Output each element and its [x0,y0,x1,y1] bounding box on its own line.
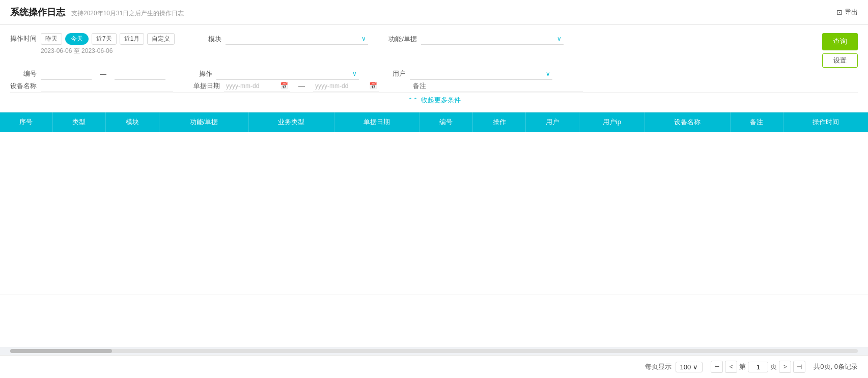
col-operation: 操作 [472,112,525,132]
user-select[interactable]: ∨ [410,68,552,80]
page-header: 系统操作日志 支持2020年10月31日之后产生的操作日志 ⊡ 导出 [0,0,868,25]
function-arrow-icon: ∨ [557,35,562,42]
page-title: 系统操作日志 [10,6,65,18]
export-icon: ⊡ [836,8,843,16]
page-subtitle: 支持2020年10月31日之后产生的操作日志 [71,9,184,18]
operation-label: 操作 [186,69,212,78]
date-label: 单据日期 [193,81,220,91]
module-filter: 模块 ∨ [195,33,368,45]
table-header: 序号 类型 模块 功能/单据 业务类型 单据日期 编号 操作 用户 用户ip 设… [0,112,868,132]
module-select[interactable]: ∨ [226,33,368,45]
device-input[interactable] [41,80,173,92]
time-btn-7days[interactable]: 近7天 [92,33,117,45]
col-function: 功能/单据 [159,112,248,132]
remark-filter: 备注 [400,80,583,92]
time-btn-yesterday[interactable]: 昨天 [41,33,62,45]
remark-input[interactable] [430,80,583,92]
function-label: 功能/单据 [388,35,417,44]
collapse-icon: ⌃⌃ [408,97,418,104]
col-user: 用户 [526,112,579,132]
time-btn-custom[interactable]: 自定义 [147,33,175,45]
page-size-label: 每页显示 [645,362,671,371]
table-body [0,132,868,295]
time-label: 操作时间 [10,33,37,43]
col-remark: 备注 [730,112,783,132]
number-input-end[interactable] [115,68,165,80]
collapse-label: 收起更多条件 [421,96,461,105]
table-area: 序号 类型 模块 功能/单据 业务类型 单据日期 编号 操作 用户 用户ip 设… [0,112,868,347]
page-unit: 页 [770,362,777,371]
page-number-input[interactable] [748,362,768,372]
module-arrow-icon: ∨ [361,35,366,42]
scrollbar-area[interactable] [0,347,868,355]
date-start-placeholder: yyyy-mm-dd [226,82,278,90]
module-label: 模块 [195,35,221,44]
col-date: 单据日期 [334,112,419,132]
col-number: 编号 [419,112,472,132]
page-first-button[interactable]: ⊢ [711,361,723,373]
date-filter: 单据日期 yyyy-mm-dd 📅 — yyyy-mm-dd 📅 [193,80,379,92]
date-dash: — [298,82,305,90]
action-buttons: 查询 设置 [822,33,858,68]
page-last-button[interactable]: ⊣ [793,361,805,373]
scrollbar-track [10,349,858,353]
remark-label: 备注 [400,81,426,91]
page-size-select[interactable]: 100 ∨ [676,362,703,372]
scrollbar-thumb[interactable] [10,349,112,353]
time-filter-group: 操作时间 昨天 今天 近7天 近1月 自定义 2023-06-06 至 2023… [10,33,175,55]
time-range-text: 2023-06-06 至 2023-06-06 [41,47,175,55]
user-filter: 用户 ∨ [379,68,552,80]
device-filter: 设备名称 [10,80,173,92]
page-prev-button[interactable]: < [725,361,737,373]
calendar-end-icon: 📅 [369,82,377,90]
col-module: 模块 [106,112,159,132]
date-start-wrap[interactable]: yyyy-mm-dd 📅 [224,80,290,92]
time-btn-today[interactable]: 今天 [65,33,89,45]
export-button[interactable]: ⊡ 导出 [836,8,858,17]
collapse-button[interactable]: ⌃⌃ 收起更多条件 [408,96,461,105]
query-button[interactable]: 查询 [822,33,858,50]
settings-button[interactable]: 设置 [822,53,858,68]
number-dash: — [100,70,106,78]
page-next-button[interactable]: > [779,361,791,373]
col-op-time: 操作时间 [783,112,868,132]
number-filter: 编号 — [10,68,165,80]
date-end-wrap[interactable]: yyyy-mm-dd 📅 [313,80,379,92]
page-nav: ⊢ < 第 页 > ⊣ [711,361,805,373]
operation-select[interactable]: ∨ [216,68,359,80]
user-label: 用户 [379,69,406,78]
col-biz-type: 业务类型 [249,112,334,132]
empty-state [0,132,868,295]
user-arrow-icon: ∨ [546,70,550,77]
col-type: 类型 [52,112,105,132]
number-label: 编号 [10,69,37,78]
page-size-value: 100 [680,363,691,371]
data-table: 序号 类型 模块 功能/单据 业务类型 单据日期 编号 操作 用户 用户ip 设… [0,112,868,295]
col-device: 设备名称 [645,112,730,132]
device-label: 设备名称 [10,81,37,91]
operation-filter: 操作 ∨ [186,68,359,80]
operation-arrow-icon: ∨ [352,70,357,77]
export-label: 导出 [845,8,858,17]
page-size-arrow-icon: ∨ [693,363,698,371]
date-end-placeholder: yyyy-mm-dd [315,82,367,90]
calendar-start-icon: 📅 [280,82,288,90]
time-btn-1month[interactable]: 近1月 [120,33,145,45]
col-index: 序号 [0,112,52,132]
collapse-bar: ⌃⌃ 收起更多条件 [10,92,858,108]
pagination-bar: 每页显示 100 ∨ ⊢ < 第 页 > ⊣ 共0页, 0条记录 [0,355,868,378]
page-first-label: 第 [739,362,746,371]
number-input-start[interactable] [41,68,92,80]
function-filter: 功能/单据 ∨ [388,33,564,45]
filter-area: 操作时间 昨天 今天 近7天 近1月 自定义 2023-06-06 至 2023… [0,25,868,112]
col-user-ip: 用户ip [579,112,645,132]
total-info: 共0页, 0条记录 [814,362,858,371]
function-select[interactable]: ∨ [421,33,564,45]
